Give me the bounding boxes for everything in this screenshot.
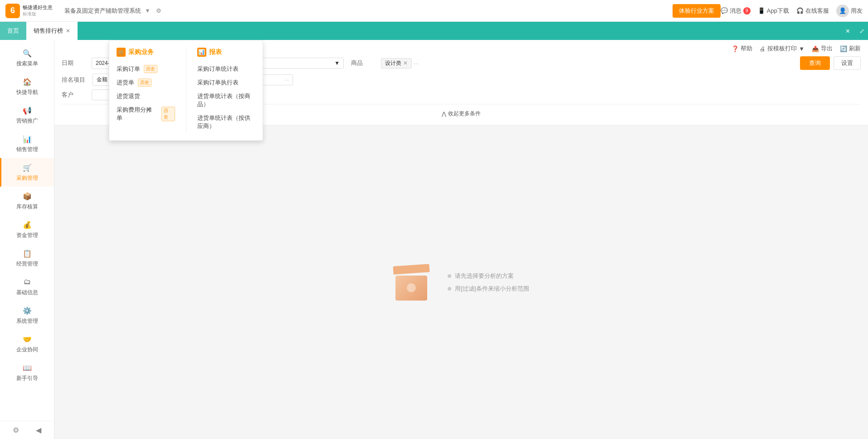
settings-button[interactable]: 设置: [834, 56, 861, 70]
logo-area: 6 畅捷通好生意 标准版: [5, 4, 60, 18]
sidebar: 🔍 搜索菜单 🏠 快捷导航 📢 营销推广 📊 销售管理 🛒 采购管理 📦 库存核…: [0, 40, 54, 439]
menu-item-goods-receipt-by-supplier[interactable]: 进货单统计表（按供应商）: [197, 111, 256, 133]
dropdown-col-purchase-title: 🛒 采购业务: [117, 48, 175, 57]
main-layout: 🔍 搜索菜单 🏠 快捷导航 📢 营销推广 📊 销售管理 🛒 采购管理 📦 库存核…: [0, 40, 868, 439]
refresh-btn[interactable]: 🔄 刷新: [840, 44, 861, 53]
logo-text: 畅捷通好生意: [23, 4, 53, 10]
app-download-item[interactable]: 📱 App下载: [758, 7, 789, 15]
menu-item-purchase-expense[interactable]: 采购费用分摊单 历史: [117, 103, 175, 125]
dropdown-col-purchase: 🛒 采购业务 采购订单 历史 进货单 历史 进货退货 采购费用分摊单 历史: [117, 48, 175, 133]
customer-label: 客户: [62, 91, 84, 99]
sidebar-item-cooperation[interactable]: 🤝 企业协同: [0, 330, 54, 358]
goods-filter: 设计类 ✕ ···: [381, 58, 419, 69]
menu-item-purchase-order[interactable]: 采购订单 历史: [117, 62, 175, 76]
header-right: 💬 消息 9 📱 App下载 🎧 在线客服 👤 用友: [721, 5, 863, 17]
service-item[interactable]: 🎧 在线客服: [796, 7, 829, 15]
menu-item-goods-receipt-by-product[interactable]: 进货单统计表（按商品）: [197, 89, 256, 111]
sidebar-item-funds[interactable]: 💰 资金管理: [0, 215, 54, 244]
help-icon: ❓: [731, 45, 739, 52]
home-icon: 🏠: [22, 77, 32, 87]
purchase-icon: 🛒: [22, 163, 32, 173]
sidebar-item-inventory[interactable]: 📦 库存核算: [0, 187, 54, 215]
message-icon: 💬: [721, 7, 728, 14]
sidebar-item-guide[interactable]: 📖 新手引导: [0, 358, 54, 387]
menu-item-purchase-order-stats[interactable]: 采购订单统计表: [197, 62, 256, 76]
voucher-status-dropdown-icon: ▼: [334, 60, 340, 66]
voucher-status-select[interactable]: ▼: [262, 58, 344, 69]
rank-label: 排名项目: [62, 76, 85, 84]
search-icon: 🔍: [22, 48, 32, 58]
empty-hint-1: 请先选择要分析的方案: [448, 272, 529, 280]
empty-text: 请先选择要分析的方案 用[过滤]条件来缩小分析范围: [448, 272, 529, 293]
headset-icon: 🎧: [796, 7, 804, 14]
dot-2: [448, 287, 451, 291]
empty-hint-2: 用[过滤]条件来缩小分析范围: [448, 285, 529, 293]
operations-icon: 📋: [22, 248, 32, 258]
dropdown-col-report: 📊 报表 采购订单统计表 采购订单执行表 进货单统计表（按商品） 进货单统计表（…: [197, 48, 256, 133]
nav-tabs: 首页 销售排行榜 ✕ ✕ ⤢: [0, 22, 868, 40]
goods-label: 商品: [351, 59, 374, 67]
history-badge-0: 历史: [144, 65, 157, 73]
sidebar-item-sales[interactable]: 📊 销售管理: [0, 129, 54, 158]
content-area: 🛒 采购业务 采购订单 历史 进货单 历史 进货退货 采购费用分摊单 历史: [54, 40, 868, 439]
collapse-btn[interactable]: ⋀ 收起更多条件: [436, 107, 486, 120]
phone-icon: 📱: [758, 7, 765, 14]
sidebar-item-operations[interactable]: 📋 经营管理: [0, 244, 54, 272]
goods-tag-remove[interactable]: ✕: [403, 60, 408, 66]
message-badge: 9: [743, 7, 751, 15]
settings-icon[interactable]: ⚙: [156, 7, 161, 14]
sidebar-item-marketing[interactable]: 📢 营销推广: [0, 101, 54, 129]
goods-more-icon[interactable]: ···: [414, 60, 419, 67]
system-title: 装备及固定资产辅助管理系统 ▼ ⚙: [64, 7, 668, 15]
export-icon: 📤: [812, 45, 819, 52]
print-dropdown-icon[interactable]: ▼: [799, 45, 805, 52]
menu-item-goods-receipt[interactable]: 进货单 历史: [117, 76, 175, 89]
user-item[interactable]: 👤 用友: [836, 5, 863, 17]
marketing-icon: 📢: [22, 105, 32, 115]
empty-illustration: [393, 264, 429, 301]
industry-btn[interactable]: 体验行业方案: [673, 4, 721, 18]
logo-icon: 6: [5, 4, 20, 18]
purchase-dropdown-menu: 🛒 采购业务 采购订单 历史 进货单 历史 进货退货 采购费用分摊单 历史: [109, 40, 263, 141]
top-header: 6 畅捷通好生意 标准版 装备及固定资产辅助管理系统 ▼ ⚙ 体验行业方案 💬 …: [0, 0, 868, 22]
dot-1: [448, 274, 451, 278]
print-icon: 🖨: [760, 45, 766, 52]
dropdown-col-report-title: 📊 报表: [197, 48, 256, 57]
tab-close-icon[interactable]: ✕: [66, 28, 70, 34]
print-btn[interactable]: 🖨 按模板打印 ▼: [760, 44, 805, 53]
empty-state: 请先选择要分析的方案 用[过滤]条件来缩小分析范围: [54, 125, 868, 439]
sidebar-item-system[interactable]: ⚙️ 系统管理: [0, 301, 54, 330]
query-button[interactable]: 查询: [800, 56, 830, 70]
message-item[interactable]: 💬 消息 9: [721, 7, 751, 15]
sidebar-item-quick-nav[interactable]: 🏠 快捷导航: [0, 72, 54, 101]
sidebar-item-search[interactable]: 🔍 搜索菜单: [0, 44, 54, 72]
sidebar-item-basic-info[interactable]: 🗂 基础信息: [0, 272, 54, 301]
inventory-icon: 📦: [22, 191, 32, 201]
logo-badge: 标准版: [23, 11, 53, 17]
report-menu-icon: 📊: [197, 48, 206, 57]
sidebar-item-purchase[interactable]: 🛒 采购管理: [0, 158, 54, 187]
goods-tag[interactable]: 设计类 ✕: [381, 58, 412, 69]
menu-item-purchase-order-exec[interactable]: 采购订单执行表: [197, 76, 256, 89]
sales-icon: 📊: [22, 134, 32, 144]
export-btn[interactable]: 📤 导出: [812, 44, 833, 53]
system-icon: ⚙️: [22, 306, 32, 316]
system-dropdown-icon[interactable]: ▼: [145, 7, 151, 14]
help-btn[interactable]: ❓ 帮助: [731, 44, 752, 53]
cooperation-icon: 🤝: [22, 334, 32, 344]
staff-dots: ···: [284, 77, 289, 83]
funds-icon: 💰: [22, 220, 32, 230]
tab-expand-icon[interactable]: ⤢: [856, 28, 868, 35]
history-badge-1: 历史: [138, 79, 151, 87]
bottom-settings-icon[interactable]: ⚙: [13, 426, 19, 434]
menu-item-goods-return[interactable]: 进货退货: [117, 89, 175, 103]
basic-info-icon: 🗂: [22, 277, 32, 287]
tab-sales-ranking[interactable]: 销售排行榜 ✕: [26, 22, 78, 40]
dropdown-divider: [186, 48, 186, 133]
bottom-collapse-icon[interactable]: ◀: [36, 426, 41, 434]
sidebar-bottom: ⚙ ◀: [0, 421, 54, 439]
guide-icon: 📖: [22, 363, 32, 373]
action-buttons: 查询 设置: [800, 56, 861, 70]
tab-home[interactable]: 首页: [0, 22, 26, 40]
close-all-tabs[interactable]: ✕: [840, 28, 856, 35]
